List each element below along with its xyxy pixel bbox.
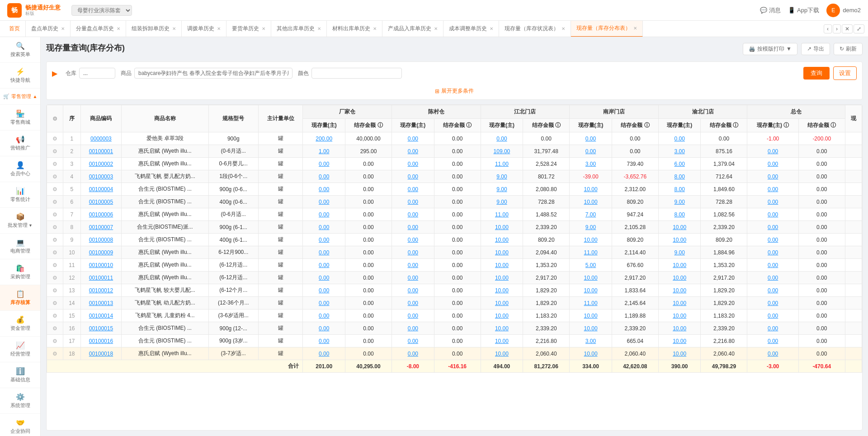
row-gear[interactable]: ⚙ <box>47 132 63 145</box>
col-gear[interactable]: ⚙ <box>47 105 63 132</box>
row-total-stock[interactable]: 0.00 <box>747 208 798 221</box>
row-code[interactable]: 00100016 <box>80 335 121 347</box>
expand-conditions-btn[interactable]: ⊞ 展开更多条件 <box>435 87 474 95</box>
row-factory-stock[interactable]: 0.00 <box>303 170 345 183</box>
tab-product-in[interactable]: 产成品入库单历史 ✕ <box>382 21 443 37</box>
row-jiangbei-stock[interactable]: 10.00 <box>481 284 523 297</box>
row-factory-stock[interactable]: 0.00 <box>303 234 345 246</box>
sidebar-item-shortcut[interactable]: ⚡ 快捷导航 <box>0 63 40 89</box>
row-yubeibei-stock[interactable]: 10.00 <box>658 335 701 347</box>
row-gear[interactable]: ⚙ <box>47 335 63 347</box>
row-yubeibei-stock[interactable]: 10.00 <box>658 297 701 309</box>
row-code[interactable]: 00100006 <box>80 208 121 221</box>
row-code[interactable]: 00100005 <box>80 196 121 208</box>
row-yubeibei-stock[interactable]: 10.00 <box>658 259 701 272</box>
row-total-stock[interactable]: 0.00 <box>747 196 798 208</box>
row-yubeibei-stock[interactable]: 0.00 <box>658 132 701 145</box>
tab-requisition[interactable]: 要货单历史 ✕ <box>226 21 271 37</box>
row-total-stock[interactable]: 0.00 <box>747 170 798 183</box>
row-code[interactable]: 00100002 <box>80 158 121 170</box>
row-chen-stock[interactable]: 0.00 <box>392 145 434 158</box>
row-nanan-stock[interactable]: 3.00 <box>570 158 612 170</box>
row-gear[interactable]: ⚙ <box>47 246 63 259</box>
row-factory-stock[interactable]: 0.00 <box>303 322 345 335</box>
row-gear[interactable]: ⚙ <box>47 309 63 322</box>
goods-input[interactable] <box>134 68 292 79</box>
row-gear[interactable]: ⚙ <box>47 297 63 309</box>
row-factory-stock[interactable]: 0.00 <box>303 309 345 322</box>
row-nanan-stock[interactable]: 9.00 <box>570 221 612 234</box>
row-code[interactable]: 00100011 <box>80 272 121 284</box>
close-tab-material-out[interactable]: ✕ <box>373 26 377 31</box>
row-yubeibei-stock[interactable]: 10.00 <box>658 272 701 284</box>
row-code[interactable]: 00100015 <box>80 322 121 335</box>
row-jiangbei-stock[interactable]: 10.00 <box>481 297 523 309</box>
row-chen-stock[interactable]: 0.00 <box>392 284 434 297</box>
row-code[interactable]: 00100003 <box>80 170 121 183</box>
row-jiangbei-stock[interactable]: 11.00 <box>481 158 523 170</box>
close-tab-requisition[interactable]: ✕ <box>262 26 265 31</box>
tabs-close-btn[interactable]: ✕ <box>842 24 853 33</box>
tabs-next-btn[interactable]: › <box>833 24 841 33</box>
row-chen-stock[interactable]: 0.00 <box>392 132 434 145</box>
tabs-prev-btn[interactable]: ‹ <box>824 24 832 33</box>
row-total-stock[interactable]: 0.00 <box>747 246 798 259</box>
row-code[interactable]: 00100012 <box>80 284 121 297</box>
row-factory-stock[interactable]: 0.00 <box>303 196 345 208</box>
warehouse-input[interactable] <box>79 68 115 79</box>
row-gear[interactable]: ⚙ <box>47 259 63 272</box>
row-gear[interactable]: ⚙ <box>47 347 63 360</box>
tabs-expand-btn[interactable]: ⤢ <box>854 24 864 33</box>
refresh-btn[interactable]: ↻ 刷新 <box>834 43 863 55</box>
template-print-btn[interactable]: 🖨️ 按模版打印 ▼ <box>743 43 797 55</box>
close-tab-stock-count[interactable]: ✕ <box>61 26 65 31</box>
tab-branch-count[interactable]: 分量盘点单历史 ✕ <box>71 21 126 37</box>
sidebar-item-marketing[interactable]: 📢 营销推广 <box>0 131 40 156</box>
sidebar-item-member[interactable]: 👤 会员中心 <box>0 156 40 182</box>
row-jiangbei-stock[interactable]: 109.00 <box>481 145 523 158</box>
row-total-stock[interactable]: 0.00 <box>747 145 798 158</box>
row-factory-stock[interactable]: 0.00 <box>303 259 345 272</box>
row-chen-stock[interactable]: 0.00 <box>392 183 434 196</box>
row-nanan-stock[interactable]: 0.00 <box>570 132 612 145</box>
row-nanan-stock[interactable]: 10.00 <box>570 196 612 208</box>
row-code[interactable]: 00100018 <box>80 347 121 360</box>
row-yubeibei-stock[interactable]: 8.00 <box>658 183 701 196</box>
row-nanan-stock[interactable]: 0.00 <box>570 145 612 158</box>
row-nanan-stock[interactable]: 10.00 <box>570 284 612 297</box>
row-total-stock[interactable]: 0.00 <box>747 297 798 309</box>
close-tab-other-out[interactable]: ✕ <box>317 26 321 31</box>
row-yubeibei-stock[interactable]: 9.00 <box>658 196 701 208</box>
row-yubeibei-stock[interactable]: 8.00 <box>658 208 701 221</box>
row-jiangbei-stock[interactable]: 0.00 <box>481 132 523 145</box>
row-factory-stock[interactable]: 0.00 <box>303 284 345 297</box>
row-chen-stock[interactable]: 0.00 <box>392 221 434 234</box>
tab-material-out[interactable]: 材料出库单历史 ✕ <box>327 21 382 37</box>
sidebar-item-retail-store[interactable]: 🏪 零售商城 <box>0 105 40 131</box>
row-gear[interactable]: ⚙ <box>47 170 63 183</box>
row-yubeibei-stock[interactable]: 10.00 <box>658 322 701 335</box>
row-chen-stock[interactable]: 0.00 <box>392 272 434 284</box>
row-yubeibei-stock[interactable]: 8.00 <box>658 170 701 183</box>
row-factory-stock[interactable]: 0.00 <box>303 335 345 347</box>
row-yubeibei-stock[interactable]: 3.00 <box>658 145 701 158</box>
sidebar-item-retail-mgmt[interactable]: 🛒 零售管理 ▲ <box>0 89 40 105</box>
row-factory-stock[interactable]: 0.00 <box>303 246 345 259</box>
sidebar-item-basic-info[interactable]: ℹ️ 基础信息 <box>0 362 40 388</box>
row-code[interactable]: 00100009 <box>80 246 121 259</box>
row-gear[interactable]: ⚙ <box>47 272 63 284</box>
row-nanan-stock[interactable]: 10.00 <box>570 347 612 360</box>
row-factory-stock[interactable]: 0.00 <box>303 297 345 309</box>
row-total-stock[interactable]: 0.00 <box>747 322 798 335</box>
row-chen-stock[interactable]: 0.00 <box>392 196 434 208</box>
row-gear[interactable]: ⚙ <box>47 322 63 335</box>
tab-transfer[interactable]: 调拨单历史 ✕ <box>182 21 226 37</box>
row-yubeibei-stock[interactable]: 10.00 <box>658 309 701 322</box>
row-chen-stock[interactable]: 0.00 <box>392 170 434 183</box>
row-gear[interactable]: ⚙ <box>47 221 63 234</box>
row-nanan-stock[interactable]: -39.00 <box>570 170 612 183</box>
row-factory-stock[interactable]: 0.00 <box>303 221 345 234</box>
tab-combo-split[interactable]: 组装拆卸单历史 ✕ <box>126 21 182 37</box>
color-input[interactable] <box>311 68 402 79</box>
row-jiangbei-stock[interactable]: 10.00 <box>481 347 523 360</box>
